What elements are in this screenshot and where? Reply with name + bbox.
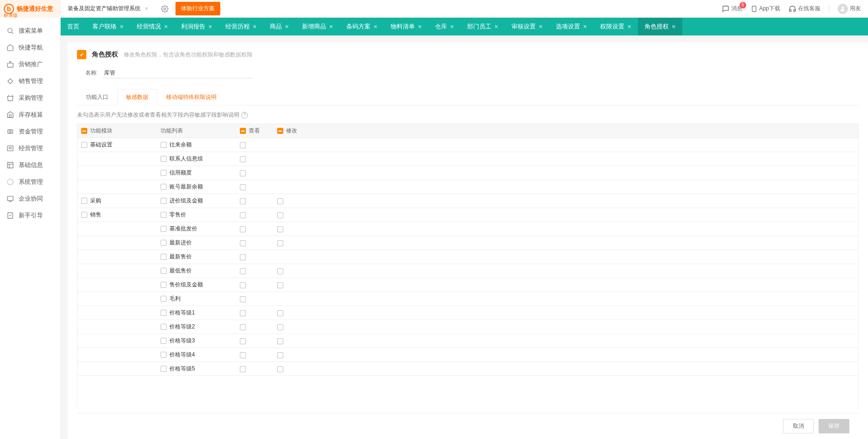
view-checkbox[interactable] (240, 282, 246, 288)
tab-9[interactable]: 仓库✕ (428, 18, 461, 35)
func-checkbox[interactable] (161, 310, 167, 316)
close-icon[interactable]: ✕ (627, 24, 631, 30)
close-icon[interactable]: ✕ (285, 24, 289, 30)
edit-checkbox[interactable] (277, 352, 283, 358)
save-button[interactable]: 保存 (819, 419, 849, 433)
sidebar-item-7[interactable]: 经营管理 (0, 140, 60, 157)
tab-5[interactable]: 商品✕ (263, 18, 295, 35)
tab-7[interactable]: 条码方案✕ (340, 18, 384, 35)
role-name-input[interactable] (103, 68, 252, 78)
view-checkbox[interactable] (240, 310, 246, 316)
cancel-button[interactable]: 取消 (783, 419, 814, 433)
edit-header-checkbox[interactable] (277, 128, 283, 134)
view-checkbox[interactable] (240, 142, 246, 148)
tab-10[interactable]: 部门员工✕ (461, 18, 505, 35)
tab-3[interactable]: 利润报告✕ (175, 18, 219, 35)
func-checkbox[interactable] (161, 156, 167, 162)
gear-icon[interactable] (161, 5, 168, 13)
tab-13[interactable]: 权限设置✕ (594, 18, 638, 35)
sidebar-item-1[interactable]: 快捷导航 (0, 39, 60, 56)
close-icon[interactable]: ✕ (583, 24, 587, 30)
system-selector[interactable]: 装备及固定资产辅助管理系统 ▼ (68, 5, 161, 13)
edit-checkbox[interactable] (277, 268, 283, 274)
func-checkbox[interactable] (161, 338, 167, 344)
user-menu[interactable]: 用友 (838, 4, 861, 14)
industry-plan-button[interactable]: 体验行业方案 (175, 2, 220, 15)
func-checkbox[interactable] (161, 324, 167, 330)
close-icon[interactable]: ✕ (119, 24, 124, 30)
view-checkbox[interactable] (240, 324, 246, 330)
close-icon[interactable]: ✕ (164, 24, 168, 30)
view-checkbox[interactable] (240, 296, 246, 302)
edit-checkbox[interactable] (277, 198, 283, 204)
view-checkbox[interactable] (240, 254, 246, 260)
tab-1[interactable]: 客户联络✕ (86, 18, 130, 35)
subtab-function-entry[interactable]: 功能入口 (77, 89, 117, 105)
sidebar-item-10[interactable]: 企业协同 (0, 190, 60, 207)
edit-checkbox[interactable] (277, 366, 283, 372)
func-checkbox[interactable] (161, 282, 167, 288)
close-icon[interactable]: ✕ (252, 24, 257, 30)
tab-14[interactable]: 角色授权✕ (638, 18, 682, 35)
view-checkbox[interactable] (240, 212, 246, 218)
view-header-checkbox[interactable] (240, 128, 246, 134)
tab-8[interactable]: 物料清单✕ (384, 18, 428, 35)
edit-checkbox[interactable] (277, 324, 283, 330)
view-checkbox[interactable] (240, 366, 246, 372)
view-checkbox[interactable] (240, 198, 246, 204)
close-icon[interactable]: ✕ (329, 24, 333, 30)
sidebar-item-8[interactable]: 基础信息 (0, 157, 60, 174)
sidebar-item-5[interactable]: 库存核算 (0, 106, 60, 123)
func-checkbox[interactable] (161, 184, 167, 190)
func-checkbox[interactable] (161, 212, 167, 218)
sidebar-item-3[interactable]: 销售管理 (0, 73, 60, 90)
tab-12[interactable]: 选项设置✕ (549, 18, 594, 35)
module-checkbox[interactable] (81, 212, 87, 218)
close-icon[interactable]: ✕ (672, 24, 676, 30)
tab-0[interactable]: 首页 (61, 18, 86, 35)
module-header-checkbox[interactable] (81, 128, 87, 134)
view-checkbox[interactable] (240, 240, 246, 246)
view-checkbox[interactable] (240, 170, 246, 176)
app-download-button[interactable]: App下载 (751, 5, 780, 13)
edit-checkbox[interactable] (277, 338, 283, 344)
help-icon[interactable]: ? (241, 112, 248, 118)
func-checkbox[interactable] (161, 170, 167, 176)
sidebar-item-2[interactable]: 营销推广 (0, 56, 60, 73)
func-checkbox[interactable] (161, 366, 167, 372)
edit-checkbox[interactable] (277, 240, 283, 246)
func-checkbox[interactable] (161, 254, 167, 260)
messages-button[interactable]: 消息 6 (722, 5, 742, 13)
tab-11[interactable]: 审核设置✕ (505, 18, 549, 35)
close-icon[interactable]: ✕ (539, 24, 543, 30)
edit-checkbox[interactable] (277, 310, 283, 316)
view-checkbox[interactable] (240, 338, 246, 344)
func-checkbox[interactable] (161, 198, 167, 204)
edit-checkbox[interactable] (277, 226, 283, 232)
tab-2[interactable]: 经营情况✕ (130, 18, 175, 35)
close-icon[interactable]: ✕ (494, 24, 498, 30)
func-checkbox[interactable] (161, 142, 167, 148)
sidebar-item-9[interactable]: 系统管理 (0, 174, 60, 190)
view-checkbox[interactable] (240, 184, 246, 190)
subtab-mobile-note[interactable]: 移动端特殊权限说明 (157, 89, 225, 105)
view-checkbox[interactable] (240, 226, 246, 232)
func-checkbox[interactable] (161, 296, 167, 302)
tab-6[interactable]: 新增商品✕ (295, 18, 340, 35)
close-icon[interactable]: ✕ (450, 24, 454, 30)
view-checkbox[interactable] (240, 156, 246, 162)
close-icon[interactable]: ✕ (208, 24, 212, 30)
close-icon[interactable]: ✕ (418, 24, 422, 30)
sidebar-item-11[interactable]: 新手引导 (0, 207, 60, 224)
sidebar-item-4[interactable]: 采购管理 (0, 90, 60, 106)
module-checkbox[interactable] (81, 198, 87, 204)
view-checkbox[interactable] (240, 352, 246, 358)
func-checkbox[interactable] (161, 226, 167, 232)
sidebar-item-6[interactable]: 资金管理 (0, 123, 60, 140)
edit-checkbox[interactable] (277, 212, 283, 218)
sidebar-item-0[interactable]: 搜索菜单 (0, 22, 60, 39)
edit-checkbox[interactable] (277, 282, 283, 288)
func-checkbox[interactable] (161, 352, 167, 358)
subtab-sensitive-data[interactable]: 敏感数据 (117, 89, 157, 105)
module-checkbox[interactable] (81, 142, 87, 148)
